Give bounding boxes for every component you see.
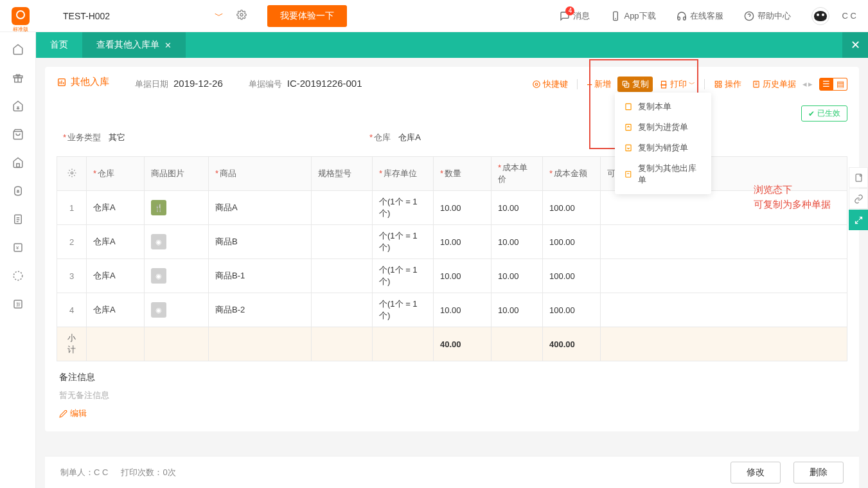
nav-bag-icon[interactable]	[11, 127, 25, 141]
prev-icon[interactable]: ◂	[802, 79, 807, 89]
tab-home[interactable]: 首页	[36, 32, 82, 58]
next-icon[interactable]: ▸	[808, 79, 813, 89]
svg-rect-42	[856, 174, 862, 181]
nav-money-icon[interactable]	[11, 184, 25, 198]
date-label: 单据日期	[135, 78, 168, 90]
ops-button[interactable]: 操作	[710, 77, 745, 92]
subtotal-amount: 400.00	[543, 327, 601, 361]
nav-gift-icon[interactable]	[11, 71, 25, 85]
edit-remark-button[interactable]: 编辑	[59, 408, 87, 419]
nav-new-icon[interactable]: 新	[11, 297, 25, 311]
svg-text:新: 新	[16, 302, 21, 307]
delete-button[interactable]: 删除	[793, 462, 844, 483]
view-list-icon[interactable]: ☰	[819, 78, 833, 91]
trial-button[interactable]: 我要体验一下	[267, 5, 347, 27]
svg-rect-8	[16, 164, 19, 167]
svg-point-22	[535, 83, 538, 86]
svg-rect-35	[626, 124, 631, 130]
nav-clipboard-icon[interactable]	[11, 212, 25, 226]
close-icon[interactable]: ✕	[164, 41, 172, 50]
download-label: App下载	[624, 10, 655, 22]
table-row[interactable]: 4 仓库A ◉ 商品B-2 个(1个 = 1个) 10.00 10.00 100…	[57, 293, 847, 327]
svg-rect-26	[662, 85, 666, 88]
remark-title: 备注信息	[59, 372, 845, 383]
nav-refresh-icon[interactable]	[11, 269, 25, 283]
svg-point-0	[240, 14, 243, 16]
rail-note-icon[interactable]	[849, 167, 868, 188]
printcount-value: 0次	[163, 467, 175, 477]
help-link[interactable]: 帮助中心	[744, 10, 791, 22]
help-label: 帮助中心	[757, 10, 791, 22]
svg-rect-36	[626, 145, 631, 150]
tabs-close-all[interactable]: ✕	[842, 32, 868, 58]
svg-rect-34	[626, 104, 631, 109]
username-label: C C	[842, 11, 856, 21]
chevron-down-icon: ﹀	[215, 10, 224, 22]
biztype-label: 业务类型	[67, 132, 101, 142]
rail-expand-icon[interactable]	[849, 210, 868, 230]
avatar[interactable]	[811, 7, 829, 25]
warehouse-label: 仓库	[374, 132, 391, 142]
messages-link[interactable]: 消息 4	[560, 10, 590, 22]
nav-report-icon[interactable]: ¥	[11, 240, 25, 255]
svg-rect-27	[715, 81, 718, 83]
table-row[interactable]: 3 仓库A ◉ 商品B-1 个(1个 = 1个) 10.00 10.00 100…	[57, 259, 847, 293]
view-grid-icon[interactable]: ▤	[833, 78, 847, 91]
items-table: *仓库 商品图片 *商品 规格型号 *库存单位 *数量 *成本单价 *成本金额 …	[57, 156, 847, 361]
table-row[interactable]: 2 仓库A ◉ 商品B 个(1个 = 1个) 10.00 10.00 100.0…	[57, 225, 847, 259]
svg-rect-28	[719, 81, 722, 83]
docno-label: 单据编号	[249, 78, 282, 90]
svg-rect-1	[614, 12, 618, 20]
gear-icon[interactable]	[236, 10, 247, 22]
edition-label: 标准版	[13, 26, 28, 33]
customer-service-link[interactable]: 在线客服	[677, 10, 723, 22]
maker-label: 制单人：	[60, 467, 94, 477]
chevron-down-icon: ﹀	[689, 80, 695, 89]
svg-rect-37	[626, 171, 631, 177]
warehouse-value: 仓库A	[398, 132, 421, 143]
copy-dropdown: 复制本单 复制为进货单 复制为销货单 复制为其他出库单	[615, 93, 711, 194]
date-value: 2019-12-26	[173, 78, 223, 89]
service-label: 在线客服	[690, 10, 723, 22]
remark-empty: 暂无备注信息	[59, 390, 845, 401]
logo[interactable]: 标准版	[12, 7, 30, 25]
store-name: TEST-H002	[63, 11, 110, 21]
modify-button[interactable]: 修改	[731, 462, 781, 483]
tab-view-other-in[interactable]: 查看其他入库单 ✕	[82, 32, 186, 58]
printcount-label: 打印次数：	[121, 467, 163, 477]
table-row[interactable]: 1 仓库A 🍴 商品A 个(1个 = 1个) 10.00 10.00 100.0…	[57, 191, 847, 225]
gear-icon[interactable]	[67, 170, 76, 179]
store-selector[interactable]: TEST-H002 ﹀	[63, 10, 224, 22]
history-button[interactable]: 历史单据	[748, 77, 800, 92]
nav-house-money-icon[interactable]	[11, 99, 25, 113]
copy-as-sales[interactable]: 复制为销货单	[615, 138, 711, 158]
product-image-icon: ◉	[151, 268, 166, 284]
svg-text:¥: ¥	[16, 245, 19, 251]
print-button[interactable]: 打印﹀	[655, 77, 699, 92]
subtotal-qty: 40.00	[434, 327, 492, 361]
copy-as-other-out[interactable]: 复制为其他出库单	[615, 158, 711, 190]
messages-badge: 4	[565, 6, 574, 15]
copy-as-purchase[interactable]: 复制为进货单	[615, 117, 711, 138]
svg-rect-30	[719, 85, 722, 87]
docno-value: IC-20191226-001	[287, 78, 362, 89]
app-download-link[interactable]: App下载	[610, 10, 655, 22]
messages-label: 消息	[573, 10, 590, 22]
svg-point-23	[533, 80, 540, 87]
nav-warehouse-icon[interactable]	[11, 156, 25, 170]
svg-point-39	[71, 172, 73, 174]
maker-value: C C	[94, 467, 108, 477]
copy-button[interactable]: 复制	[617, 77, 653, 92]
svg-point-43	[860, 174, 862, 176]
shortcut-button[interactable]: 快捷键	[528, 77, 572, 92]
svg-point-15	[13, 271, 22, 280]
status-badge: ✔已生效	[801, 105, 847, 122]
nav-home-icon[interactable]	[11, 42, 25, 57]
rail-link-icon[interactable]	[849, 188, 868, 209]
biztype-value: 其它	[109, 132, 125, 143]
copy-this-doc[interactable]: 复制本单	[615, 96, 711, 117]
product-image-icon: ◉	[151, 234, 166, 249]
subtotal-label: 小计	[57, 327, 87, 361]
add-button[interactable]: +新增	[583, 77, 615, 92]
product-image-icon: ◉	[151, 302, 166, 318]
